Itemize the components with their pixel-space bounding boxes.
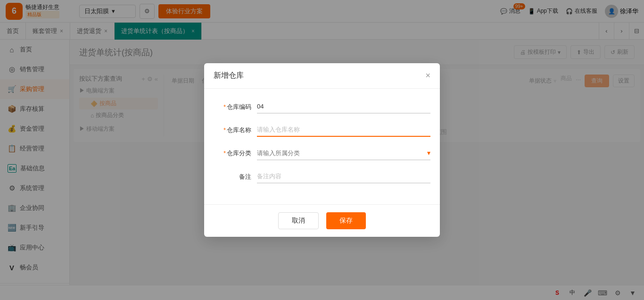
warehouse-category-row: 仓库分类 ▾ — [214, 146, 430, 160]
save-button[interactable]: 保存 — [326, 212, 366, 229]
remark-row: 备注 — [214, 170, 430, 183]
warehouse-category-label: 仓库分类 — [214, 149, 251, 158]
modal-footer: 取消 保存 — [204, 204, 440, 237]
warehouse-modal: 新增仓库 × 仓库编码 仓库名称 仓库分类 ▾ — [204, 63, 440, 237]
modal-close-button[interactable]: × — [425, 71, 430, 81]
modal-title: 新增仓库 — [214, 71, 244, 81]
category-chevron-icon: ▾ — [427, 149, 430, 157]
warehouse-name-input[interactable] — [257, 123, 430, 137]
warehouse-category-input[interactable] — [257, 150, 427, 157]
warehouse-code-row: 仓库编码 — [214, 100, 430, 114]
cancel-button[interactable]: 取消 — [278, 212, 319, 229]
remark-label: 备注 — [214, 173, 251, 181]
modal-overlay: 新增仓库 × 仓库编码 仓库名称 仓库分类 ▾ — [0, 0, 644, 300]
warehouse-name-label: 仓库名称 — [214, 126, 251, 134]
remark-input[interactable] — [257, 170, 430, 183]
warehouse-code-label: 仓库编码 — [214, 103, 251, 111]
warehouse-name-row: 仓库名称 — [214, 123, 430, 137]
modal-body: 仓库编码 仓库名称 仓库分类 ▾ 备注 — [204, 89, 440, 204]
warehouse-code-input[interactable] — [257, 100, 430, 114]
warehouse-category-select[interactable]: ▾ — [257, 146, 430, 160]
modal-header: 新增仓库 × — [204, 63, 440, 89]
